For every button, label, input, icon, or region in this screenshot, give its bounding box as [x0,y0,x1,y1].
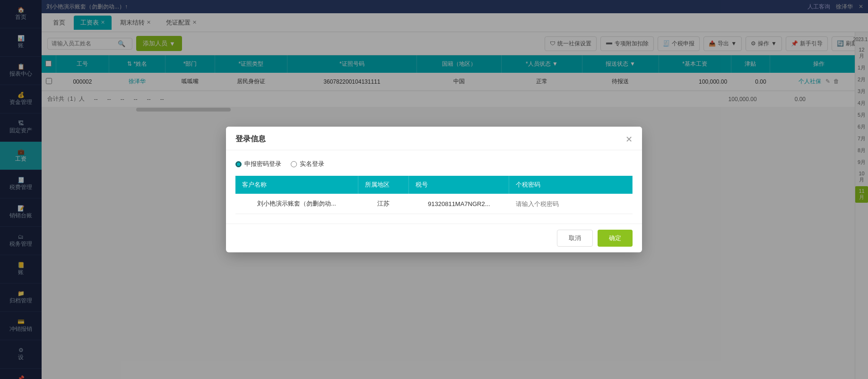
dialog-col-name: 客户名称 [235,176,358,194]
tax-password-input[interactable] [516,200,626,207]
login-info-table: 客户名称 所属地区 税号 个税密码 刘小艳演示账套（勿删勿动... 江苏 913… [235,176,633,214]
dialog-row-tax: 91320811MA7NGR2... [409,194,509,214]
login-table-row: 刘小艳演示账套（勿删勿动... 江苏 91320811MA7NGR2... [235,194,633,214]
confirm-button[interactable]: 确定 [598,230,633,247]
dialog-row-region: 江苏 [358,194,409,214]
dialog-header: 登录信息 ✕ [226,127,642,150]
dialog-footer: 取消 确定 [226,224,642,252]
radio-password-label[interactable]: 申报密码登录 [235,160,281,168]
dialog-close-button[interactable]: ✕ [625,135,633,144]
dialog-title: 登录信息 [235,134,266,144]
login-type-radio-group: 申报密码登录 实名登录 [235,160,633,168]
dialog-body: 申报密码登录 实名登录 客户名称 所属地区 税号 个税密码 [226,150,642,224]
radio-password[interactable] [235,161,242,167]
radio-realname-label[interactable]: 实名登录 [291,160,324,168]
dialog-col-region: 所属地区 [358,176,409,194]
dialog-row-name: 刘小艳演示账套（勿删勿动... [235,194,358,214]
dialog-row-password[interactable] [509,194,633,214]
modal-overlay: 登录信息 ✕ 申报密码登录 实名登录 客户名称 所属 [0,0,868,379]
cancel-button[interactable]: 取消 [557,230,593,247]
radio-realname[interactable] [291,161,297,167]
login-dialog: 登录信息 ✕ 申报密码登录 实名登录 客户名称 所属 [226,127,642,252]
dialog-col-password: 个税密码 [509,176,633,194]
dialog-col-tax: 税号 [409,176,509,194]
